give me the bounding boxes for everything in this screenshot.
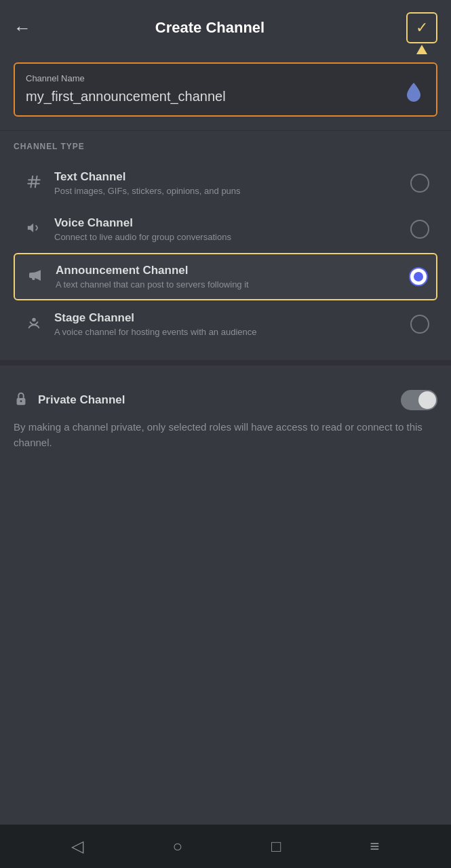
header: ← Create Channel ✓ xyxy=(0,0,451,56)
private-channel-desc: By making a channel private, only select… xyxy=(14,420,437,450)
channel-option-announcement[interactable]: Announcement Channel A text channel that… xyxy=(14,253,437,300)
text-channel-desc: Post images, GIFs, stickers, opinions, a… xyxy=(54,186,410,196)
private-channel-label: Private Channel xyxy=(38,393,401,407)
page-title: Create Channel xyxy=(14,19,406,37)
nav-menu-icon[interactable]: ≡ xyxy=(370,837,379,856)
stage-channel-content: Stage Channel A voice channel for hostin… xyxy=(54,311,410,337)
private-channel-row: Private Channel xyxy=(14,390,437,410)
stage-channel-name: Stage Channel xyxy=(54,311,410,325)
text-channel-content: Text Channel Post images, GIFs, stickers… xyxy=(54,170,410,196)
nav-home-icon[interactable]: ○ xyxy=(172,837,182,856)
channel-option-stage[interactable]: Stage Channel A voice channel for hostin… xyxy=(14,302,437,347)
megaphone-icon xyxy=(23,267,47,287)
nav-bar: ◁ ○ □ ≡ xyxy=(0,825,451,868)
private-channel-section: Private Channel By making a channel priv… xyxy=(0,379,451,461)
channel-type-label: CHANNEL TYPE xyxy=(14,142,437,151)
teardrop-icon xyxy=(405,81,423,103)
voice-channel-radio[interactable] xyxy=(410,220,429,239)
toggle-thumb xyxy=(418,391,436,409)
section-divider xyxy=(0,360,451,366)
text-channel-radio[interactable] xyxy=(410,174,429,193)
nav-square-icon[interactable]: □ xyxy=(271,837,281,856)
hash-icon xyxy=(22,174,46,193)
nav-back-icon[interactable]: ◁ xyxy=(71,837,83,856)
voice-channel-desc: Connect to live audio for group conversa… xyxy=(54,232,410,242)
announcement-channel-name: Announcement Channel xyxy=(56,264,409,277)
stage-icon xyxy=(22,315,46,334)
channel-name-section: Channel Name xyxy=(14,62,437,117)
divider-1 xyxy=(0,130,451,131)
channel-option-voice[interactable]: Voice Channel Connect to live audio for … xyxy=(14,207,437,252)
voice-channel-name: Voice Channel xyxy=(54,216,410,230)
speaker-icon xyxy=(22,220,46,239)
announcement-channel-desc: A text channel that can post to servers … xyxy=(56,279,409,290)
confirm-button[interactable]: ✓ xyxy=(406,12,437,43)
svg-marker-0 xyxy=(28,223,33,232)
stage-channel-radio[interactable] xyxy=(410,315,429,334)
lock-icon xyxy=(14,391,28,410)
channel-name-input[interactable] xyxy=(26,89,398,104)
announcement-channel-radio[interactable] xyxy=(409,267,428,286)
voice-channel-content: Voice Channel Connect to live audio for … xyxy=(54,216,410,242)
announcement-channel-content: Announcement Channel A text channel that… xyxy=(56,264,409,290)
channel-option-text[interactable]: Text Channel Post images, GIFs, stickers… xyxy=(14,161,437,205)
private-channel-toggle[interactable] xyxy=(401,390,437,410)
svg-point-1 xyxy=(32,317,36,321)
main-content: Channel Name CHANNEL TYPE Text Channel P… xyxy=(0,56,451,868)
channel-type-section: CHANNEL TYPE Text Channel Post images, G… xyxy=(0,142,451,347)
stage-channel-desc: A voice channel for hosting events with … xyxy=(54,327,410,337)
channel-name-label: Channel Name xyxy=(26,73,425,83)
text-channel-name: Text Channel xyxy=(54,170,410,184)
svg-point-3 xyxy=(20,400,22,402)
